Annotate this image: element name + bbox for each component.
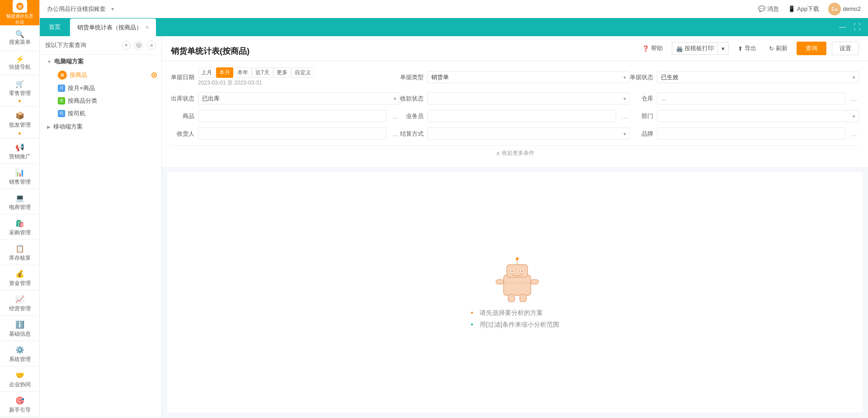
topbar-right: 💬 消息 📱 App下载 Ea demo2 xyxy=(758,3,861,15)
collapse-panel-btn[interactable]: « xyxy=(147,41,156,50)
warehouse-status-wrapper: 已出库 xyxy=(198,92,400,104)
tab-close-btn[interactable]: × xyxy=(146,24,149,31)
warehouse-status-select[interactable]: 已出库 xyxy=(198,92,400,104)
tree-section-desktop[interactable]: ▼ 电脑端方案 xyxy=(40,55,161,68)
date-btn-7days[interactable]: 近7天 xyxy=(252,67,273,78)
topbar: 办公用品行业模拟账套 ▾ 💬 消息 📱 App下载 Ea demo2 xyxy=(40,0,868,18)
goods-dots[interactable]: … xyxy=(390,113,400,120)
tab-minimize-btn[interactable]: — xyxy=(837,21,848,33)
sidebar-item-newbie[interactable]: 🎯 新手引导 xyxy=(0,392,39,417)
tab-maximize-btn[interactable]: ⛶ xyxy=(852,21,863,33)
svg-rect-14 xyxy=(531,280,538,284)
refresh-btn[interactable]: ↻ 刷新 xyxy=(765,43,791,54)
ecommerce-icon: 💻 xyxy=(15,194,24,202)
sidebar-item-ecommerce[interactable]: 💻 电商管理 xyxy=(0,189,39,214)
sidebar-item-purchase[interactable]: 🛍️ 采购管理 xyxy=(0,214,39,240)
empty-tips: 请先选择要分析的方案 用[过滤]条件来缩小分析范围 xyxy=(471,307,559,330)
topbar-dropdown[interactable]: ▾ xyxy=(111,6,114,12)
page-actions: ❓ 帮助 🖨️ 按模板打印 ▾ ⬆ 导出 xyxy=(638,42,859,61)
date-filter: 上月 本月 本年 近7天 更多 自定义 2023-03-01 至 2023-03… xyxy=(198,67,400,87)
salesman-dots[interactable]: … xyxy=(620,113,630,120)
sidebar-item-collab[interactable]: 🤝 企业协同 xyxy=(0,366,39,392)
query-button[interactable]: 查询 xyxy=(797,42,826,55)
warehouse-input[interactable] xyxy=(657,92,845,104)
date-btn-more[interactable]: 更多 xyxy=(274,67,291,78)
content-area: 按以下方案查询 + « ▼ 电脑端方案 按 按商品 月 按月+商品 xyxy=(40,36,868,418)
salesman-input[interactable] xyxy=(427,110,616,122)
collab-icon: 🤝 xyxy=(15,371,24,380)
date-btn-thisyear[interactable]: 本年 xyxy=(234,67,251,78)
sidebar-item-wholesale[interactable]: 📦 批发管理 ▲ xyxy=(0,107,39,138)
message-btn[interactable]: 💬 消息 xyxy=(758,5,779,13)
export-btn[interactable]: ⬆ 导出 xyxy=(734,43,760,54)
tree-item-by-driver[interactable]: 司 按司机 xyxy=(40,107,161,120)
order-type-label: 单据类型 xyxy=(400,73,424,81)
help-btn[interactable]: ❓ 帮助 xyxy=(638,43,666,54)
empty-state: 请先选择要分析的方案 用[过滤]条件来缩小分析范围 xyxy=(167,172,863,413)
sidebar-item-inventory[interactable]: 📋 库存核算 xyxy=(0,240,39,265)
settings-button[interactable]: 设置 xyxy=(832,42,859,55)
sidebar-item-sales[interactable]: 📊 销售管理 xyxy=(0,164,39,189)
date-btn-thismonth[interactable]: 本月 xyxy=(216,67,233,78)
topbar-title: 办公用品行业模拟账套 xyxy=(47,5,106,13)
export-icon: ⬆ xyxy=(738,45,743,52)
dept-select[interactable] xyxy=(657,110,859,122)
print-icon: 🖨️ xyxy=(676,45,683,52)
tree-item-by-category[interactable]: 类 按商品分类 xyxy=(40,95,161,107)
filter-cell-salesman: 业务员 … xyxy=(400,110,629,122)
sidebar-search[interactable]: 🔍 搜索菜单 xyxy=(0,25,39,51)
payment-select[interactable] xyxy=(427,128,629,140)
active-indicator xyxy=(152,73,156,77)
svg-text:好: 好 xyxy=(17,5,22,9)
order-type-select[interactable]: 销货单 xyxy=(427,71,629,83)
order-type-select-wrapper: 销货单 xyxy=(427,71,629,83)
management-icon: 📈 xyxy=(15,295,24,304)
filter-area: 单据日期 上月 本月 本年 近7天 更多 自定义 2023-03-01 至 20… xyxy=(162,61,868,167)
collapse-bar[interactable]: ∧ 收起更多条件 xyxy=(171,145,859,161)
payment-select-wrapper xyxy=(427,128,629,140)
app-sub: 标版 xyxy=(15,19,24,25)
order-status-select[interactable]: 已生效 xyxy=(657,71,859,83)
app-download-btn[interactable]: 📱 App下载 xyxy=(788,5,819,13)
print-btn[interactable]: 🖨️ 按模板打印 xyxy=(672,43,717,54)
tab-active[interactable]: 销货单统计表（按商品） × xyxy=(70,19,156,37)
svg-rect-16 xyxy=(520,294,526,302)
warehouse-dots[interactable]: … xyxy=(849,95,859,102)
sidebar-item-retail[interactable]: 🛒 零售管理 ▼ xyxy=(0,75,39,107)
message-icon: 💬 xyxy=(758,5,765,12)
retail-icon: 🛒 xyxy=(15,80,24,88)
newbie-icon: 🎯 xyxy=(15,396,24,405)
receipt-status-select[interactable] xyxy=(427,92,629,104)
brand-dots[interactable]: … xyxy=(849,130,859,138)
scheme-icon-category: 类 xyxy=(58,97,65,104)
sidebar-item-system[interactable]: ⚙️ 系统管理 xyxy=(0,341,39,366)
collapse-icon: ∧ xyxy=(496,150,500,157)
sidebar-item-management[interactable]: 📈 经营管理 xyxy=(0,290,39,316)
empty-illustration xyxy=(492,255,538,300)
scheme-icon-driver: 司 xyxy=(58,110,65,117)
goods-input[interactable] xyxy=(198,110,387,122)
tree-item-by-goods[interactable]: 按 按商品 xyxy=(40,68,161,82)
user-menu[interactable]: Ea demo2 xyxy=(828,3,861,15)
brand-input[interactable] xyxy=(657,128,845,140)
consignee-input[interactable] xyxy=(198,128,387,140)
sidebar-quick-nav[interactable]: ⚡ 快捷导航 xyxy=(0,51,39,75)
add-scheme-btn[interactable]: + xyxy=(122,41,131,50)
tab-home[interactable]: 首页 xyxy=(40,18,70,36)
edit-scheme-btn[interactable] xyxy=(134,41,143,50)
tree-item-by-month-goods[interactable]: 月 按月+商品 xyxy=(40,82,161,95)
help-icon: ❓ xyxy=(642,45,649,52)
empty-tip-1: 请先选择要分析的方案 xyxy=(471,307,559,318)
print-dropdown-btn[interactable]: ▾ xyxy=(718,43,728,54)
date-btn-lastmonth[interactable]: 上月 xyxy=(198,67,215,78)
sidebar-item-finance[interactable]: 💰 资金管理 xyxy=(0,265,39,290)
avatar: Ea xyxy=(828,3,841,15)
tabbar: 首页 销货单统计表（按商品） × — ⛶ xyxy=(40,18,868,36)
sidebar-item-marketing[interactable]: 📢 营销推广 xyxy=(0,138,39,164)
consignee-dots[interactable]: … xyxy=(390,130,400,138)
sidebar-item-basic[interactable]: ℹ️ 基础信息 xyxy=(0,316,39,341)
collapse-label: 收起更多条件 xyxy=(502,149,534,157)
tree-section-mobile[interactable]: ▶ 移动端方案 xyxy=(40,120,161,133)
filter-cell-consignee: 收货人 … xyxy=(171,128,400,140)
date-btn-custom[interactable]: 自定义 xyxy=(292,67,314,78)
